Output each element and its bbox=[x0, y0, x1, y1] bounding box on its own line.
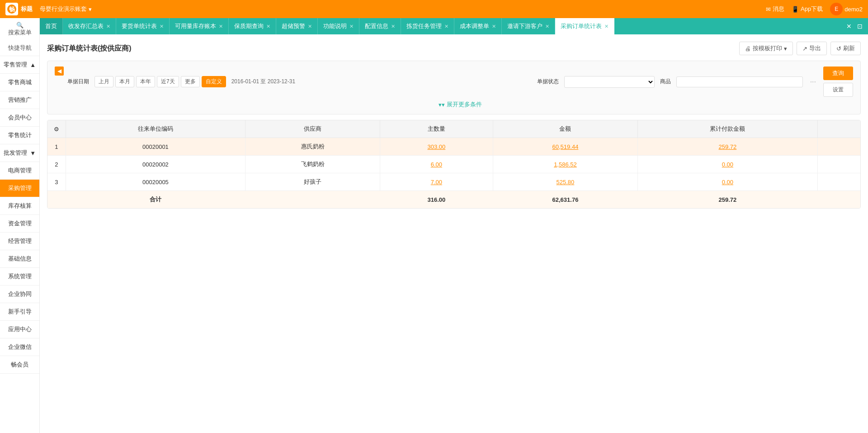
col-supplier: 供应商 bbox=[245, 120, 380, 138]
sidebar-item-ops-mgmt[interactable]: 经营管理 bbox=[0, 233, 39, 250]
date-this-year-btn[interactable]: 本年 bbox=[136, 76, 155, 87]
workspace-selector[interactable]: 母婴行业演示账套 ▾ bbox=[40, 5, 92, 13]
row1-paid[interactable]: 259.72 bbox=[637, 138, 817, 156]
tab-requisition-stats-close[interactable]: ✕ bbox=[160, 24, 164, 29]
sidebar-item-marketing[interactable]: 营销推广 bbox=[0, 91, 39, 109]
tab-cost-adjust-label: 成本调整单 bbox=[460, 22, 489, 30]
top-bar-right: ✉ 消息 📱 App下载 E demo2 bbox=[766, 3, 863, 15]
tab-pick-task-mgmt-close[interactable]: ✕ bbox=[444, 24, 448, 29]
shortcut-nav[interactable]: 快捷导航 bbox=[0, 40, 39, 56]
message-btn[interactable]: ✉ 消息 bbox=[766, 5, 784, 13]
filter-collapse-btn[interactable]: ◀ bbox=[55, 67, 64, 76]
workspace-dropdown-icon: ▾ bbox=[89, 6, 92, 13]
sidebar-item-purchase-mgmt[interactable]: 采购管理 bbox=[0, 180, 39, 197]
enterprise-label: 企业协同 bbox=[8, 290, 32, 298]
sidebar-item-wholesale-mgmt[interactable]: 批发管理 ▼ bbox=[0, 144, 39, 162]
date-last-month-btn[interactable]: 上月 bbox=[94, 76, 113, 87]
page-title: 采购订单统计表(按供应商) bbox=[47, 44, 132, 53]
tab-collect-dispatch-close[interactable]: ✕ bbox=[106, 24, 110, 29]
product-filter-input[interactable] bbox=[676, 76, 803, 87]
sidebar-item-wechat[interactable]: 企业微信 bbox=[0, 338, 39, 356]
tab-available-inventory-close[interactable]: ✕ bbox=[219, 24, 223, 29]
row1-amount[interactable]: 60,519.44 bbox=[493, 138, 637, 156]
row3-code: 00020005 bbox=[66, 173, 245, 191]
app-download-btn[interactable]: 📱 App下载 bbox=[792, 5, 823, 13]
tab-config-info-close[interactable]: ✕ bbox=[391, 24, 395, 29]
refresh-button[interactable]: ↺ 刷新 bbox=[830, 42, 861, 55]
col-settings[interactable]: ⚙ bbox=[47, 120, 66, 138]
tab-invite-downstream-close[interactable]: ✕ bbox=[545, 24, 549, 29]
ops-mgmt-label: 经营管理 bbox=[8, 237, 32, 245]
row3-amount[interactable]: 525.80 bbox=[493, 173, 637, 191]
row2-amount[interactable]: 1,586.52 bbox=[493, 156, 637, 173]
tab-purchase-order-stats[interactable]: 采购订单统计表 ✕ bbox=[555, 18, 614, 34]
sidebar-item-system[interactable]: 系统管理 bbox=[0, 268, 39, 285]
tab-overstock-warning[interactable]: 超储预警 ✕ bbox=[276, 18, 318, 34]
tab-warranty-query-close[interactable]: ✕ bbox=[266, 24, 270, 29]
refresh-icon: ↺ bbox=[836, 45, 841, 52]
tab-pick-task-mgmt[interactable]: 拣货任务管理 ✕ bbox=[401, 18, 454, 34]
settings-button[interactable]: 设置 bbox=[823, 83, 853, 97]
tab-cost-adjust[interactable]: 成本调整单 ✕ bbox=[454, 18, 502, 34]
sidebar-search[interactable]: 🔍 搜索菜单 bbox=[0, 18, 39, 40]
expand-more-label: 展开更多条件 bbox=[447, 100, 482, 109]
nav-tabs-right: ✕ ⊡ bbox=[844, 22, 868, 31]
sidebar-item-member-center[interactable]: 会员中心 bbox=[0, 109, 39, 127]
footer-paid: 259.72 bbox=[637, 191, 817, 209]
tab-home[interactable]: 首页 bbox=[40, 18, 63, 34]
row3-qty[interactable]: 7.00 bbox=[380, 173, 493, 191]
tab-requisition-stats[interactable]: 要货单统计表 ✕ bbox=[116, 18, 170, 34]
sidebar-item-retail-management[interactable]: 零售管理 ▲ bbox=[0, 56, 39, 74]
row1-idx: 1 bbox=[47, 138, 66, 156]
export-button[interactable]: ↗ 导出 bbox=[797, 42, 827, 55]
shortcut-label: 快捷导航 bbox=[3, 44, 37, 52]
sidebar-item-member[interactable]: 畅会员 bbox=[0, 356, 39, 374]
sidebar-item-ecommerce[interactable]: 电商管理 bbox=[0, 162, 39, 180]
tab-menu-btn[interactable]: ⊡ bbox=[855, 22, 864, 31]
footer-empty1 bbox=[47, 191, 66, 209]
product-filter-more-btn[interactable]: ··· bbox=[808, 78, 818, 86]
user-area[interactable]: E demo2 bbox=[830, 3, 863, 15]
row3-idx: 3 bbox=[47, 173, 66, 191]
new-guide-label: 新手引导 bbox=[8, 308, 32, 316]
tab-function-desc-close[interactable]: ✕ bbox=[349, 24, 354, 29]
status-filter-select[interactable] bbox=[564, 76, 655, 88]
date-this-month-btn[interactable]: 本月 bbox=[115, 76, 134, 87]
sidebar-item-retail-shop[interactable]: 零售商城 bbox=[0, 74, 39, 91]
sidebar-item-finance[interactable]: 资金管理 bbox=[0, 215, 39, 233]
row1-qty[interactable]: 303.00 bbox=[380, 138, 493, 156]
action-btns-right: 查询 设置 bbox=[823, 67, 853, 97]
sidebar-item-enterprise[interactable]: 企业协同 bbox=[0, 285, 39, 303]
sidebar-item-app-center[interactable]: 应用中心 bbox=[0, 321, 39, 338]
expand-more-btn[interactable]: ▾▾ 展开更多条件 bbox=[439, 100, 482, 109]
message-icon: ✉ bbox=[766, 6, 771, 13]
tab-available-inventory-label: 可用量库存账本 bbox=[175, 22, 216, 30]
sidebar-item-basic-info[interactable]: 基础信息 bbox=[0, 250, 39, 268]
print-icon: 🖨 bbox=[745, 45, 751, 52]
tab-config-info[interactable]: 配置信息 ✕ bbox=[359, 18, 401, 34]
date-custom-btn[interactable]: 自定义 bbox=[202, 76, 226, 87]
query-button[interactable]: 查询 bbox=[823, 67, 853, 80]
template-print-button[interactable]: 🖨 按模板打印 ▾ bbox=[739, 42, 793, 55]
tab-purchase-order-stats-close[interactable]: ✕ bbox=[604, 24, 609, 29]
tab-close-btn[interactable]: ✕ bbox=[844, 22, 854, 31]
date-filter-label: 单据日期 bbox=[67, 78, 89, 86]
row2-paid[interactable]: 0.00 bbox=[637, 156, 817, 173]
row2-qty[interactable]: 6.00 bbox=[380, 156, 493, 173]
sidebar-item-retail-stats[interactable]: 零售统计 bbox=[0, 127, 39, 144]
sidebar-item-new-guide[interactable]: 新手引导 bbox=[0, 303, 39, 321]
tab-warranty-query[interactable]: 保质期查询 ✕ bbox=[229, 18, 276, 34]
finance-label: 资金管理 bbox=[8, 219, 32, 228]
tab-cost-adjust-close[interactable]: ✕ bbox=[492, 24, 496, 29]
tab-collect-dispatch[interactable]: 收发存汇总表 ✕ bbox=[63, 18, 116, 34]
date-more-btn[interactable]: 更多 bbox=[181, 76, 200, 87]
tab-overstock-warning-close[interactable]: ✕ bbox=[308, 24, 312, 29]
footer-empty3 bbox=[817, 191, 860, 209]
sidebar-item-inventory[interactable]: 库存核算 bbox=[0, 197, 39, 215]
tab-available-inventory[interactable]: 可用量库存账本 ✕ bbox=[170, 18, 229, 34]
date-last-7days-btn[interactable]: 近7天 bbox=[157, 76, 179, 87]
tab-invite-downstream[interactable]: 邀请下游客户 ✕ bbox=[502, 18, 555, 34]
row3-paid[interactable]: 0.00 bbox=[637, 173, 817, 191]
retail-stats-label: 零售统计 bbox=[8, 131, 32, 139]
tab-function-desc[interactable]: 功能说明 ✕ bbox=[318, 18, 359, 34]
